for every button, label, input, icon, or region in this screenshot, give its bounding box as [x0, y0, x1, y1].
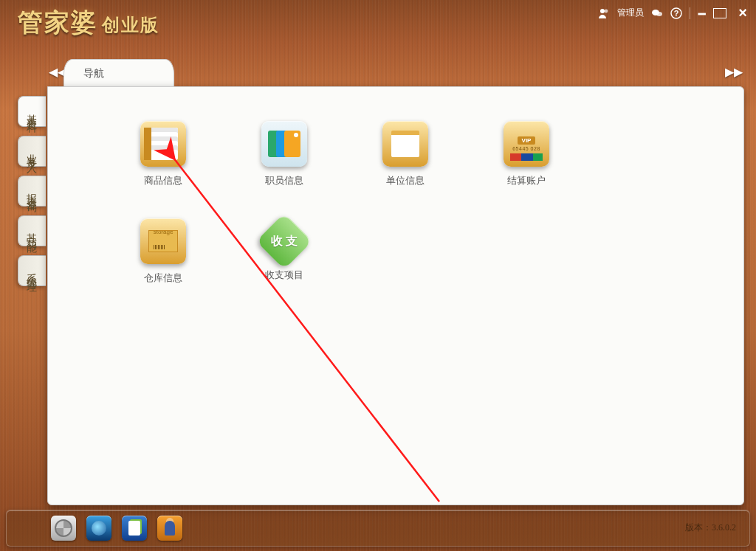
nav-icon-grid: 商品信息 职员信息 单位信息 VIP 65445 028 结算账户	[119, 121, 603, 285]
app-title-sub: 创业版	[102, 13, 159, 37]
warehouse-info-icon: storage	[140, 218, 186, 264]
minimize-button[interactable]: ‒	[698, 5, 706, 21]
unit-info-icon	[382, 121, 428, 167]
nav-label: 仓库信息	[119, 271, 207, 285]
tab-label: 导航	[83, 67, 104, 80]
separator	[690, 7, 690, 19]
nav-item-income-expense[interactable]: 收 支 收支项目	[240, 218, 329, 285]
user-label[interactable]: 管理员	[617, 7, 644, 19]
tab-navigation[interactable]: 导航	[63, 59, 174, 87]
maximize-button[interactable]	[713, 8, 726, 18]
nav-label: 结算账户	[482, 174, 571, 187]
app-header: 管家婆 创业版 管理员 ? ‒ ×	[0, 0, 756, 47]
staff-info-icon	[261, 121, 307, 167]
nav-item-staff-info[interactable]: 职员信息	[240, 121, 329, 187]
side-tab-other-func[interactable]: 其它功能	[18, 215, 46, 246]
close-button[interactable]: ×	[738, 4, 747, 21]
product-info-icon	[140, 121, 186, 167]
taskbar-settings-icon[interactable]	[51, 516, 76, 541]
chat-icon[interactable]	[651, 7, 663, 19]
side-tab-system-mgmt[interactable]: 系统管理	[18, 255, 46, 286]
nav-item-unit-info[interactable]: 单位信息	[361, 121, 450, 187]
version-label: 版本：3.6.0.2	[685, 521, 736, 534]
side-tab-basic-info[interactable]: 基本资料	[18, 96, 46, 127]
side-tab-report-query[interactable]: 报表查询	[18, 176, 46, 207]
income-expense-icon: 收 支	[256, 213, 312, 269]
app-title-main: 管家婆	[18, 6, 97, 40]
header-right: 管理员 ? ‒ ×	[598, 4, 747, 21]
nav-label: 单位信息	[361, 174, 450, 187]
nav-label: 收支项目	[240, 268, 329, 282]
nav-item-warehouse-info[interactable]: storage 仓库信息	[119, 218, 207, 285]
svg-text:?: ?	[674, 9, 679, 18]
taskbar: 版本：3.6.0.2	[6, 510, 750, 547]
help-icon[interactable]: ?	[670, 7, 682, 19]
nav-item-product-info[interactable]: 商品信息	[119, 121, 207, 187]
svg-point-1	[605, 9, 608, 13]
content-panel: 商品信息 职员信息 单位信息 VIP 65445 028 结算账户	[47, 86, 744, 505]
account-info-icon: VIP 65445 028	[504, 121, 549, 167]
side-tabs: 基本资料 业务录入 报表查询 其它功能 系统管理	[18, 96, 47, 295]
tab-next-button[interactable]: ▶▶	[725, 65, 743, 79]
nav-item-account-info[interactable]: VIP 65445 028 结算账户	[482, 121, 571, 187]
taskbar-data-icon[interactable]	[122, 516, 147, 541]
svg-point-0	[600, 9, 605, 13]
user-icon[interactable]	[598, 7, 610, 19]
nav-label: 职员信息	[240, 174, 329, 187]
svg-point-3	[656, 12, 662, 16]
nav-label: 商品信息	[119, 174, 207, 187]
app-title: 管家婆 创业版	[18, 6, 159, 40]
taskbar-user-icon[interactable]	[157, 516, 182, 541]
taskbar-globe-icon[interactable]	[86, 516, 111, 541]
main-area: ◀◀ 导航 ▶▶ 基本资料 业务录入 报表查询 其它功能 系统管理 商品信息 职…	[15, 59, 744, 505]
tab-row: ◀◀ 导航 ▶▶	[47, 59, 744, 87]
side-tab-business-entry[interactable]: 业务录入	[18, 136, 46, 167]
